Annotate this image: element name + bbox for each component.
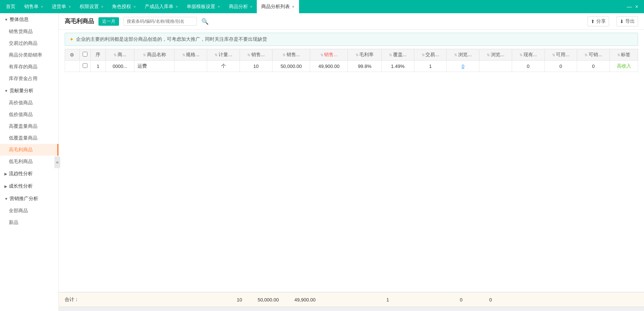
table-row: 1 0000... 运费 个 10 50,000.00 49,900.00 99… — [65, 61, 638, 72]
th-transactions[interactable]: 交易... — [414, 49, 447, 61]
arrow-marketing: ▼ — [4, 197, 8, 201]
cell-code: 0000... — [106, 61, 134, 72]
row-checkbox[interactable] — [83, 63, 87, 68]
analysis-table: ⚙ 序 商... 商品名称 规格... 计量... 销售... 销售... 销售… — [65, 49, 638, 72]
sidebar-item-in-stock[interactable]: 有库存的商品 — [0, 61, 58, 73]
share-icon: ⬆ — [591, 19, 595, 24]
sidebar-group-growth[interactable]: ▶ 成长性分析 — [0, 180, 58, 192]
nav-analysis[interactable]: 商品分析 × — [224, 0, 257, 13]
th-browse2[interactable]: 浏览... — [479, 49, 512, 61]
nav-purchase[interactable]: 进货单 × — [47, 0, 75, 13]
close-permission-tab[interactable]: × — [101, 4, 103, 9]
notice-icon: ✦ — [69, 36, 74, 42]
th-gross-margin[interactable]: 毛利率 — [348, 49, 382, 61]
table-body: 1 0000... 运费 个 10 50,000.00 49,900.00 99… — [65, 61, 638, 72]
search-button[interactable]: 🔍 — [201, 18, 209, 25]
cell-sales-qty: 10 — [240, 61, 272, 72]
nav-permission[interactable]: 权限设置 × — [75, 0, 108, 13]
sidebar-item-category-rate[interactable]: 商品分类助销率 — [0, 49, 58, 61]
th-name[interactable]: 商品名称 — [134, 49, 175, 61]
th-unit[interactable]: 计量... — [207, 49, 240, 61]
cell-unit: 个 — [207, 61, 240, 72]
footer-total: 合计： 10 50,000.00 49,900.00 1 0 0 — [59, 292, 644, 307]
nav-home[interactable]: 首页 — [1, 0, 20, 13]
cell-browse1[interactable]: 0 — [447, 61, 479, 72]
cell-gross-margin: 99.8% — [348, 61, 382, 72]
sidebar-collapse-button[interactable]: « — [54, 156, 60, 168]
close-purchase-tab[interactable]: × — [68, 4, 71, 9]
nav-production[interactable]: 产成品入库单 × — [140, 0, 182, 13]
th-available[interactable]: 可用... — [544, 49, 577, 61]
search-input[interactable] — [123, 17, 197, 26]
sidebar-item-all-goods[interactable]: 全部商品 — [0, 205, 58, 217]
close-role-tab[interactable]: × — [133, 4, 136, 9]
sidebar-group-marketing[interactable]: ▼ 营销推广分析 — [0, 192, 58, 205]
sidebar-group-trend[interactable]: ▶ 流趋性分析 — [0, 167, 58, 180]
nav-role[interactable]: 角色授权 × — [108, 0, 140, 13]
export-icon: ⬇ — [620, 19, 624, 24]
period-button[interactable]: 近一月 — [98, 17, 119, 26]
total-available: 0 — [467, 297, 496, 303]
close-production-tab[interactable]: × — [176, 4, 178, 9]
cell-sales-profit: 49,900.00 — [310, 61, 348, 72]
th-current-stock[interactable]: 现有... — [512, 49, 544, 61]
notice-bar: ✦ 企业的主要的利润都是这部分商品创造的，可考虑加大推广，同时关注库存是不要出现… — [65, 33, 638, 46]
minimize-button[interactable]: — — [626, 4, 632, 10]
window-controls: — × — [626, 4, 643, 10]
sidebar-item-low-margin[interactable]: 低毛利商品 — [0, 156, 58, 167]
cell-checkbox[interactable] — [79, 61, 90, 72]
table-header-row: ⚙ 序 商... 商品名称 规格... 计量... 销售... 销售... 销售… — [65, 49, 638, 61]
cell-current-stock: 0 — [512, 61, 544, 72]
total-sales-qty: 10 — [217, 297, 247, 303]
close-analysis-tab[interactable]: × — [250, 4, 252, 9]
th-sales-profit[interactable]: 销售... — [310, 49, 348, 61]
page-title: 高毛利商品 — [65, 18, 94, 25]
th-code[interactable]: 商... — [106, 49, 134, 61]
total-sales-profit: 49,900.00 — [283, 297, 320, 303]
cell-settings — [65, 61, 80, 72]
select-all-checkbox[interactable] — [83, 52, 87, 57]
cell-transactions: 1 — [414, 61, 447, 72]
nav-analysis-list[interactable]: 商品分析列表 × — [257, 0, 299, 13]
close-window-button[interactable]: × — [634, 4, 640, 10]
th-sales-amount[interactable]: 销售... — [272, 49, 310, 61]
th-checkbox[interactable] — [79, 49, 90, 61]
cell-spec — [175, 61, 207, 72]
sidebar-item-high-value[interactable]: 高价值商品 — [0, 97, 58, 109]
close-template-tab[interactable]: × — [217, 4, 220, 9]
sidebar-item-traded[interactable]: 交易过的商品 — [0, 37, 58, 49]
sidebar: ▼ 整体信息 销售货商品 交易过的商品 商品分类助销率 有库存的商品 库存资金占… — [0, 13, 59, 311]
nav-template[interactable]: 单据模板设置 × — [182, 0, 224, 13]
sidebar-group-overall[interactable]: ▼ 整体信息 — [0, 13, 58, 26]
sidebar-item-stock-capital[interactable]: 库存资金占用 — [0, 73, 58, 84]
th-spec[interactable]: 规格... — [175, 49, 207, 61]
sidebar-item-low-coverage[interactable]: 低覆盖量商品 — [0, 132, 58, 144]
close-analysis-list-tab[interactable]: × — [292, 4, 294, 9]
export-button[interactable]: ⬇ 导出 — [616, 16, 638, 26]
th-coverage[interactable]: 覆盖... — [381, 49, 414, 61]
th-seq: 序 — [90, 49, 105, 61]
arrow-contribution: ▼ — [4, 89, 8, 93]
cell-browse2 — [479, 61, 512, 72]
sidebar-item-low-value[interactable]: 低价值商品 — [0, 109, 58, 120]
th-tag[interactable]: 标签 — [610, 49, 638, 61]
sidebar-group-contribution[interactable]: ▼ 贡献量分析 — [0, 84, 58, 97]
share-button[interactable]: ⬆ 分享 — [587, 16, 609, 26]
th-browse1[interactable]: 浏览... — [447, 49, 479, 61]
horizontal-scrollbar[interactable] — [59, 307, 644, 311]
sidebar-item-high-margin[interactable]: 高毛利商品 — [0, 144, 58, 156]
arrow-overall: ▼ — [4, 18, 8, 22]
content-header: 高毛利商品 近一月 🔍 ⬆ 分享 ⬇ 导出 — [59, 13, 644, 30]
sidebar-item-high-coverage[interactable]: 高覆盖量商品 — [0, 120, 58, 132]
total-transactions: 1 — [364, 297, 393, 303]
sidebar-item-sales-goods[interactable]: 销售货商品 — [0, 26, 58, 37]
close-sales-tab[interactable]: × — [41, 4, 43, 9]
arrow-growth: ▶ — [4, 184, 7, 188]
th-saleable[interactable]: 可销... — [577, 49, 610, 61]
sidebar-item-new-goods[interactable]: 新品 — [0, 217, 58, 228]
content-area: 高毛利商品 近一月 🔍 ⬆ 分享 ⬇ 导出 ✦ 企业的主要的利润都是这部分商品创… — [59, 13, 644, 311]
th-settings[interactable]: ⚙ — [65, 49, 80, 61]
th-sales-qty[interactable]: 销售... — [240, 49, 272, 61]
total-label: 合计： — [65, 296, 79, 303]
nav-sales[interactable]: 销售单 × — [20, 0, 47, 13]
